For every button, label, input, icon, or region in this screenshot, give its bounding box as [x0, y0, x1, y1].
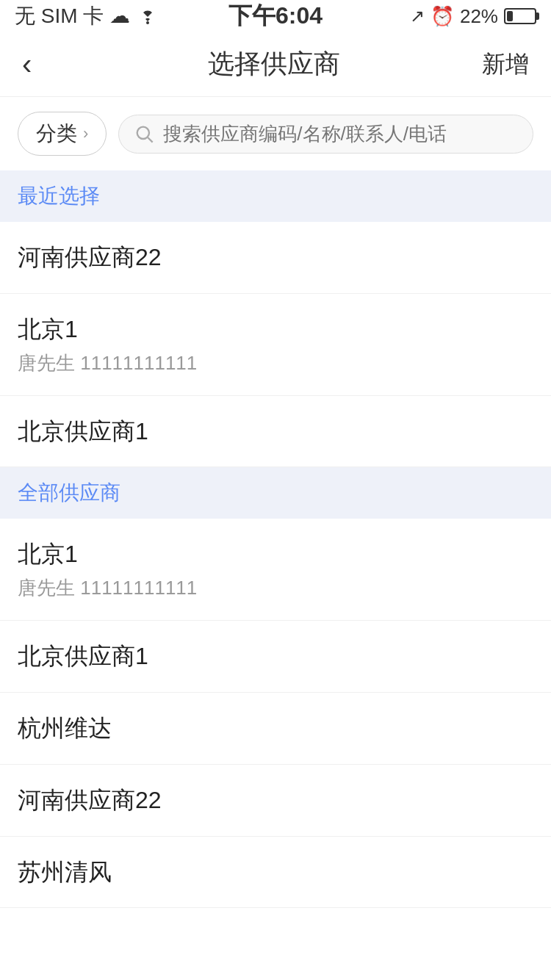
filter-bar: 分类 ›: [0, 97, 551, 170]
item-name: 北京供应商1: [18, 640, 533, 673]
list-item[interactable]: 河南供应商22: [0, 765, 551, 837]
chevron-right-icon: ›: [83, 124, 88, 143]
item-name: 北京1: [18, 313, 533, 346]
item-name: 北京供应商1: [18, 415, 533, 448]
recent-section-label: 最近选择: [18, 184, 100, 207]
svg-point-0: [146, 21, 149, 24]
location-icon: ↗: [410, 6, 425, 26]
nav-bar: ‹ 选择供应商 新增: [0, 32, 551, 97]
add-button[interactable]: 新增: [482, 48, 529, 81]
list-item[interactable]: 北京供应商1: [0, 396, 551, 468]
item-name: 苏州清风: [18, 856, 533, 889]
all-list: 北京1唐先生 11111111111北京供应商1杭州维达河南供应商22苏州清风: [0, 519, 551, 908]
item-name: 北京1: [18, 538, 533, 571]
recent-list: 河南供应商22北京1唐先生 11111111111北京供应商1: [0, 222, 551, 467]
list-item[interactable]: 苏州清风: [0, 837, 551, 909]
svg-line-2: [148, 137, 153, 142]
back-button[interactable]: ‹: [22, 48, 66, 81]
all-section-label: 全部供应商: [18, 481, 120, 504]
all-section-header: 全部供应商: [0, 467, 551, 519]
list-item[interactable]: 北京1唐先生 11111111111: [0, 294, 551, 396]
alarm-icon: ⏰: [431, 5, 454, 28]
wifi-icon: [136, 8, 159, 24]
battery-icon: [504, 8, 536, 24]
status-time: 下午6:04: [228, 0, 323, 32]
item-sub: 唐先生 11111111111: [18, 350, 533, 376]
list-item[interactable]: 北京供应商1: [0, 621, 551, 693]
category-label: 分类: [36, 120, 77, 148]
status-bar: 无 SIM 卡 ☁ 下午6:04 ↗ ⏰ 22%: [0, 0, 551, 32]
battery-percent: 22%: [460, 5, 498, 28]
recent-section-header: 最近选择: [0, 170, 551, 222]
item-name: 河南供应商22: [18, 784, 533, 817]
item-name: 河南供应商22: [18, 241, 533, 274]
status-left: 无 SIM 卡 ☁: [15, 2, 159, 30]
search-icon: [134, 123, 154, 144]
svg-point-1: [137, 127, 149, 139]
page-title: 选择供应商: [208, 46, 340, 82]
item-sub: 唐先生 11111111111: [18, 575, 533, 601]
search-input[interactable]: [163, 123, 518, 145]
list-item[interactable]: 北京1唐先生 11111111111: [0, 519, 551, 621]
status-right: ↗ ⏰ 22%: [410, 5, 536, 28]
list-item[interactable]: 杭州维达: [0, 693, 551, 765]
search-box[interactable]: [118, 115, 533, 154]
list-item[interactable]: 河南供应商22: [0, 222, 551, 294]
item-name: 杭州维达: [18, 712, 533, 745]
category-button[interactable]: 分类 ›: [18, 112, 107, 156]
sim-status: 无 SIM 卡 ☁: [15, 2, 130, 30]
